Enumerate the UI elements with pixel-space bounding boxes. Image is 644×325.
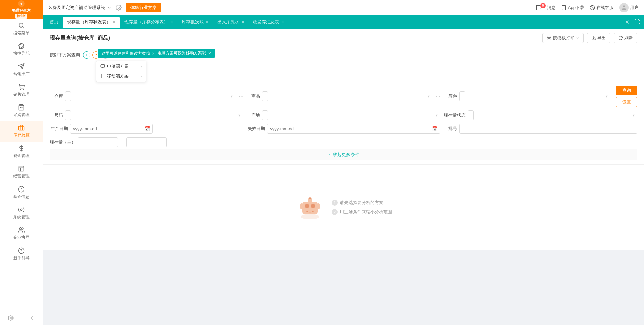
sidebar-item-marketing[interactable]: 营销推广 [0, 60, 43, 80]
user-label: 用户 [630, 5, 639, 11]
topbar-system: 装备及固定资产辅助管理系统 [48, 5, 112, 11]
batch-input[interactable] [459, 124, 637, 134]
stock-qty-max-input[interactable] [126, 137, 167, 147]
origin-select-wrapper [262, 110, 440, 120]
scheme-item-pc[interactable]: 电脑端方案 › [96, 61, 146, 72]
warehouse-dots[interactable]: ··· [239, 93, 243, 99]
produce-date-input[interactable] [70, 124, 153, 134]
svg-rect-38 [300, 203, 303, 209]
tab-close-all-icon[interactable]: ✕ [624, 18, 631, 27]
goods-dots[interactable]: ··· [436, 93, 440, 99]
collapse-bar[interactable]: 收起更多条件 [50, 149, 637, 160]
stock-status-label: 现存量状态 [444, 112, 466, 118]
stock-qty-label: 现存量（主） [50, 139, 76, 145]
collapse-icon[interactable] [29, 315, 35, 321]
sidebar-logo-text: 畅通好生意 [12, 8, 31, 13]
sidebar-item-inventory[interactable]: 库存核算 [0, 121, 43, 142]
color-label: 颜色 [444, 93, 457, 99]
phone-icon [561, 5, 567, 10]
tab-inventory-status[interactable]: 现存量（库存状况表） ✕ [63, 17, 120, 28]
tabbar: 首页 现存量（库存状况表） ✕ 现存量（库存分布表） ✕ 库存批次账 ✕ 出入库… [43, 15, 644, 29]
tab-close-batch[interactable]: ✕ [206, 20, 209, 24]
svg-rect-34 [305, 204, 309, 208]
refresh-btn[interactable]: 刷新 [614, 33, 637, 43]
user-avatar [619, 3, 629, 12]
stock-qty-min-input[interactable] [78, 137, 118, 147]
system-dropdown-icon[interactable] [107, 5, 112, 10]
tabbar-right: ✕ ⛶ [624, 18, 641, 27]
svg-point-15 [20, 209, 22, 211]
system-name: 装备及固定资产辅助管理系统 [48, 5, 105, 11]
search-btn[interactable]: 查询 [616, 86, 637, 95]
collapse-label: 收起更多条件 [333, 152, 359, 158]
svg-point-20 [118, 7, 120, 8]
size-select[interactable] [65, 110, 71, 120]
topbar-message[interactable]: 6 消息 [536, 5, 556, 11]
expire-date-input-wrapper: 📅 [267, 124, 440, 134]
scheme-item-mobile[interactable]: 移动端方案 › [96, 72, 146, 82]
svg-point-37 [309, 197, 311, 199]
sidebar-item-finance[interactable]: 资金管理 [0, 142, 43, 162]
tab-fullscreen-icon[interactable]: ⛶ [633, 18, 641, 27]
tab-home[interactable]: 首页 [46, 17, 62, 28]
tab-batch[interactable]: 库存批次账 ✕ [178, 17, 213, 28]
color-select[interactable] [459, 91, 465, 101]
main-area: 装备及固定资产辅助管理系统 体验行业方案 6 消息 App下载 在线客服 [43, 0, 644, 325]
warehouse-select-wrapper [65, 91, 235, 101]
origin-select[interactable] [262, 110, 268, 120]
expire-date-label: 失效日期 [247, 126, 265, 132]
add-scheme-btn[interactable]: + [83, 51, 90, 59]
settings-icon[interactable] [8, 315, 14, 321]
filter-label: 按以下方案查询 [50, 52, 80, 58]
industry-btn[interactable]: 体验行业方案 [126, 3, 161, 12]
print-icon [547, 36, 551, 40]
goods-select[interactable] [262, 91, 268, 101]
sidebar-item-system[interactable]: 系统管理 [0, 203, 43, 223]
tab-close-inventory-status[interactable]: ✕ [113, 20, 116, 24]
warehouse-select[interactable] [65, 91, 71, 101]
expire-date-cal-icon[interactable]: 📅 [432, 126, 438, 131]
stock-status-select[interactable] [468, 110, 474, 120]
tooltip2-wrapper: 这里可以创建和修改方案哦 ✕ [98, 49, 159, 58]
topbar-app-download[interactable]: App下载 [561, 5, 584, 11]
svg-rect-11 [19, 166, 24, 171]
page-header: 现存量查询(按仓库+商品) 按模板打印 导出 刷新 [43, 29, 644, 47]
sidebar-item-basic[interactable]: 基础信息 [0, 182, 43, 203]
sidebar-item-nav[interactable]: 快捷导航 [0, 39, 43, 60]
sidebar-item-collab[interactable]: 企业协同 [0, 223, 43, 244]
tab-flow[interactable]: 出入库流水 ✕ [213, 17, 248, 28]
sidebar-item-purchase[interactable]: 采购管理 [0, 101, 43, 121]
settings-icon[interactable] [116, 5, 122, 11]
sidebar-item-search[interactable]: 搜索菜单 [0, 19, 43, 39]
stock-status-select-wrapper [468, 110, 637, 120]
sidebar-item-sales[interactable]: 销售管理 [0, 80, 43, 101]
goods-label: 商品 [247, 93, 260, 99]
svg-point-24 [623, 5, 625, 7]
sidebar: 6 畅通好生意 标准版 搜索菜单 快捷导航 营销推广 销售管理 采购管理 库存核… [0, 0, 43, 325]
tab-close-inventory-dist[interactable]: ✕ [170, 20, 173, 24]
print-btn[interactable]: 按模板打印 [542, 33, 584, 43]
tooltip1-close[interactable]: ✕ [208, 51, 211, 56]
sidebar-item-management[interactable]: 经营管理 [0, 162, 43, 182]
filter-cell-expire-date: 失效日期 📅 [247, 124, 440, 134]
scheme-mobile-label: 移动端方案 [107, 73, 139, 79]
sidebar-item-guide[interactable]: 新手引导 [0, 244, 43, 264]
filter-cell-produce-date: 生产日期 📅 — [50, 124, 243, 134]
filter-header-row: 按以下方案查询 + ↺ ← 电脑方案可设为移动方案哦 ✕ [50, 51, 637, 59]
svg-point-16 [19, 228, 22, 230]
tab-summary[interactable]: 收发存汇总表 ✕ [249, 17, 288, 28]
produce-date-cal-icon[interactable]: 📅 [144, 126, 150, 131]
export-btn[interactable]: 导出 [587, 33, 610, 43]
collapse-arrow-icon [328, 153, 332, 157]
expire-date-input[interactable] [267, 124, 440, 134]
set-btn[interactable]: 设置 [616, 97, 637, 107]
tab-inventory-dist[interactable]: 现存量（库存分布表） ✕ [120, 17, 177, 28]
batch-label: 批号 [444, 126, 457, 132]
sidebar-bottom [0, 311, 43, 325]
page-actions: 按模板打印 导出 刷新 [542, 33, 637, 43]
tab-close-summary[interactable]: ✕ [281, 20, 284, 24]
tab-close-flow[interactable]: ✕ [241, 20, 244, 24]
scheme-pc-label: 电脑端方案 [107, 63, 139, 69]
topbar-support[interactable]: 在线客服 [590, 5, 614, 11]
topbar-user[interactable]: 用户 [619, 3, 639, 12]
